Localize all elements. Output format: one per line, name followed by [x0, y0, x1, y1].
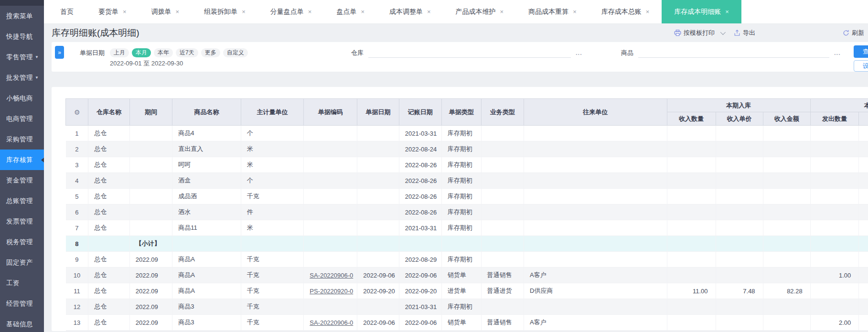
tab-产品成本维护[interactable]: 产品成本维护×: [443, 0, 516, 23]
doc-number-link[interactable]: SA-20220906-0: [310, 272, 353, 279]
tab-盘点单[interactable]: 盘点单×: [324, 0, 377, 23]
tab-close-icon[interactable]: ×: [242, 8, 246, 15]
sidebar-item-工资[interactable]: 工资: [0, 273, 44, 293]
cell-doc_date: [357, 126, 399, 141]
cell-doc_type: 库存期初: [441, 189, 481, 204]
cell-num: [66, 331, 88, 332]
query-button[interactable]: 查询: [854, 45, 868, 58]
expand-arrow-icon: ▼: [35, 55, 39, 59]
sidebar-item-发票管理[interactable]: 发票管理: [0, 211, 44, 232]
sidebar-item-label: 批发管理: [6, 74, 33, 81]
cell-in_qty: [667, 189, 716, 204]
cell-in_price: [716, 157, 763, 173]
tab-调拨单[interactable]: 调拨单×: [139, 0, 192, 23]
cell-doc_no: [304, 157, 357, 173]
sidebar-item-快捷导航[interactable]: 快捷导航: [0, 26, 44, 47]
cell-out_price: [859, 252, 868, 268]
cell-doc_date: 2022-09-06: [357, 315, 399, 331]
cell-product: 商品A: [172, 283, 241, 299]
tab-成本调整单[interactable]: 成本调整单×: [377, 0, 443, 23]
sidebar-item-批发管理[interactable]: 批发管理▼: [0, 67, 44, 88]
cell-book_date: 2022-09-06: [399, 268, 441, 283]
tab-close-icon[interactable]: ×: [646, 8, 650, 15]
title-row: 库存明细账(成本明细) 按模板打印: [52, 24, 864, 42]
sidebar-item-基础信息[interactable]: 基础信息: [0, 314, 44, 332]
cell-doc_type: 库存期初: [441, 204, 481, 220]
tab-库存成本总账[interactable]: 库存成本总账×: [589, 0, 662, 23]
product-input[interactable]: [638, 48, 829, 58]
cell-unit: [241, 236, 304, 252]
tab-首页[interactable]: 首页: [48, 0, 86, 23]
tab-close-icon[interactable]: ×: [427, 8, 431, 15]
doc-number-link[interactable]: PS-20220920-0: [310, 288, 353, 295]
warehouse-picker-button[interactable]: ...: [576, 48, 582, 58]
cell-unit: 千克: [241, 315, 304, 331]
sidebar-item-label: 资金管理: [6, 177, 33, 184]
cell-num: 8: [66, 236, 88, 252]
sidebar-item-库存核算[interactable]: 库存核算: [0, 150, 44, 170]
table-row: 13总仓2022.09商品3千克SA-20220906-02022-09-062…: [66, 315, 868, 331]
tab-close-icon[interactable]: ×: [573, 8, 577, 15]
column-header-发出单价: 发出单价: [859, 112, 868, 126]
cell-unit: [241, 331, 304, 332]
warehouse-input[interactable]: [368, 48, 571, 58]
export-button[interactable]: 导出: [734, 29, 755, 37]
date-option-更多[interactable]: 更多: [201, 48, 220, 57]
cell-book_date: 2022-08-26: [399, 173, 441, 189]
date-option-本年[interactable]: 本年: [154, 48, 173, 57]
sidebar-item-电商管理[interactable]: 电商管理: [0, 108, 44, 129]
tab-close-icon[interactable]: ×: [123, 8, 127, 15]
sidebar-item-小畅电商[interactable]: 小畅电商: [0, 88, 44, 108]
cell-in_qty: 11.00: [667, 283, 716, 299]
sidebar-item-采购管理[interactable]: 采购管理: [0, 129, 44, 150]
page-toolbar: 按模板打印 导出: [674, 29, 864, 37]
cell-biz_type: [481, 299, 524, 315]
cell-num: 12: [66, 299, 88, 315]
cell-partner: [524, 299, 667, 315]
sidebar-item-资金管理[interactable]: 资金管理: [0, 170, 44, 191]
sidebar-item-总账管理[interactable]: 总账管理: [0, 191, 44, 211]
collapse-filter-button[interactable]: »: [55, 46, 64, 59]
tab-库存成本明细账[interactable]: 库存成本明细账×: [662, 0, 741, 23]
date-option-上月[interactable]: 上月: [110, 48, 129, 57]
sidebar-item-搜索菜单[interactable]: 搜索菜单: [0, 6, 44, 26]
column-settings-gear-icon[interactable]: ⚙: [74, 108, 80, 116]
sidebar-item-固定资产[interactable]: 固定资产: [0, 252, 44, 273]
sidebar-item-label: 经营管理: [6, 300, 33, 307]
cell-in_amount: [763, 220, 810, 236]
sidebar-item-label: 发票管理: [6, 218, 33, 225]
tab-close-icon[interactable]: ×: [725, 8, 729, 15]
print-by-template-button[interactable]: 按模板打印: [674, 29, 724, 37]
cell-partner: [524, 126, 667, 141]
tab-组装拆卸单[interactable]: 组装拆卸单×: [192, 0, 258, 23]
cell-out_price: [859, 236, 868, 252]
cell-num: 2: [66, 141, 88, 157]
cell-num: 9: [66, 252, 88, 268]
doc-number-link[interactable]: SA-20220906-0: [310, 319, 353, 326]
cell-num: 6: [66, 204, 88, 220]
cell-in_price: [716, 331, 763, 332]
product-picker-button[interactable]: ...: [834, 48, 841, 58]
date-option-本月[interactable]: 本月: [132, 48, 151, 57]
date-option-自定义[interactable]: 自定义: [223, 48, 248, 57]
date-option-近7天[interactable]: 近7天: [176, 48, 198, 57]
cell-unit: 个: [241, 173, 304, 189]
tab-分量盘点单[interactable]: 分量盘点单×: [258, 0, 324, 23]
sidebar-item-经营管理[interactable]: 经营管理: [0, 293, 44, 314]
tab-商品成本重算[interactable]: 商品成本重算×: [516, 0, 589, 23]
tab-close-icon[interactable]: ×: [500, 8, 504, 15]
tab-close-icon[interactable]: ×: [308, 8, 312, 15]
cell-product: 商品3: [172, 299, 241, 315]
tab-close-icon[interactable]: ×: [361, 8, 364, 15]
cell-in_price: [716, 141, 763, 157]
tab-close-icon[interactable]: ×: [176, 8, 180, 15]
sidebar-item-label: 搜索菜单: [6, 12, 33, 20]
sidebar: 搜索菜单快捷导航零售管理▼批发管理▼小畅电商电商管理采购管理库存核算资金管理总账…: [0, 0, 44, 332]
sidebar-item-税务管理[interactable]: 税务管理: [0, 232, 44, 252]
tab-要货单[interactable]: 要货单×: [86, 0, 139, 23]
settings-button[interactable]: 设置: [854, 60, 868, 72]
refresh-button[interactable]: 刷新: [843, 29, 864, 37]
cell-book_date: [399, 236, 441, 252]
sidebar-item-零售管理[interactable]: 零售管理▼: [0, 47, 44, 67]
cell-out_price: [859, 189, 868, 204]
